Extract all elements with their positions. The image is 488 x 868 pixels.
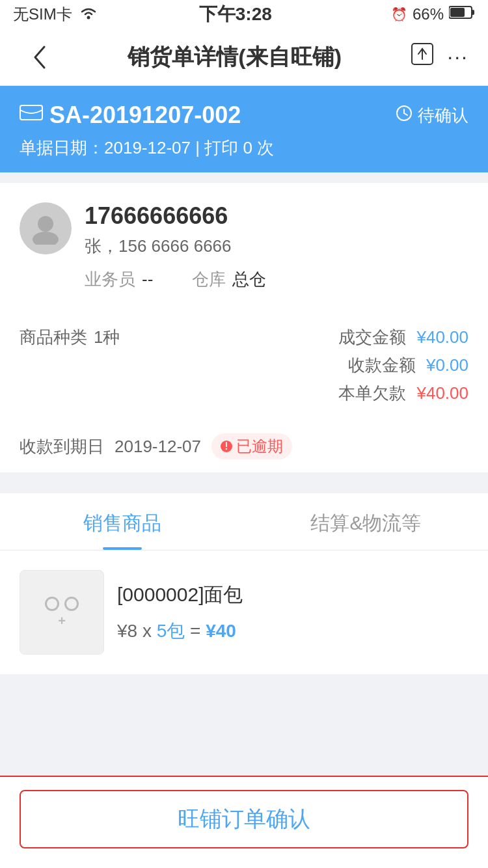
warehouse-value: 总仓 — [232, 268, 266, 291]
deal-amount-value: ¥40.00 — [416, 327, 468, 347]
owed-value: ¥40.00 — [416, 383, 468, 403]
battery-icon — [449, 5, 475, 23]
customer-card: 17666666666 张，156 6666 6666 业务员 -- 仓库 总仓 — [0, 183, 488, 310]
product-type: 商品种类 1种 — [20, 326, 120, 349]
alarm-icon: ⏰ — [391, 7, 407, 22]
owed-label: 本单欠款 — [338, 382, 406, 405]
received-value: ¥0.00 — [426, 355, 468, 375]
product-qty: 5包 — [157, 621, 185, 641]
clock-icon — [396, 105, 413, 126]
product-multiply: x — [142, 621, 157, 641]
customer-name: 张，156 6666 6666 — [85, 235, 468, 258]
product-unit-price: ¥8 — [117, 621, 137, 641]
tab-settlement[interactable]: 结算&物流等 — [244, 493, 488, 550]
sales-label: 业务员 — [85, 268, 135, 291]
svg-point-11 — [38, 216, 53, 232]
due-date-section: 收款到期日 2019-12-07 ! 已逾期 — [0, 420, 488, 472]
customer-info: 17666666666 张，156 6666 6666 业务员 -- 仓库 总仓 — [85, 202, 468, 291]
svg-point-0 — [87, 16, 90, 20]
status-bar: 无SIM卡 下午3:28 ⏰ 66% — [0, 0, 488, 29]
svg-rect-3 — [472, 10, 474, 15]
product-item: + [0000002]面包 ¥8 x 5包 = ¥40 — [0, 550, 488, 674]
status-time: 下午3:28 — [199, 2, 272, 27]
product-total: ¥40 — [206, 621, 236, 641]
product-name: [0000002]面包 — [117, 582, 468, 608]
section-gap — [0, 472, 488, 483]
carrier-text: 无SIM卡 — [13, 4, 72, 25]
order-header: SA-20191207-002 待确认 单据日期：2019-12-07 | 打印… — [0, 86, 488, 172]
page-title: 销货单详情(来自旺铺) — [59, 42, 411, 72]
battery-text: 66% — [413, 5, 444, 23]
product-info: [0000002]面包 ¥8 x 5包 = ¥40 — [117, 582, 468, 644]
confirm-order-button[interactable]: 旺铺订单确认 — [20, 790, 468, 848]
status-text: 待确认 — [418, 104, 468, 127]
status-right: ⏰ 66% — [373, 5, 475, 24]
order-icon — [20, 102, 43, 129]
owed-amount-row: 本单欠款 ¥40.00 — [338, 382, 468, 405]
status-left: 无SIM卡 — [13, 4, 98, 25]
deal-amount-label: 成交金额 — [338, 326, 406, 349]
due-date-value: 2019-12-07 — [115, 437, 201, 457]
confirm-button-wrapper: 旺铺订单确认 — [0, 776, 488, 868]
due-date-label: 收款到期日 — [20, 435, 104, 458]
order-date: 单据日期：2019-12-07 | 打印 0 次 — [20, 137, 468, 159]
svg-line-10 — [404, 113, 407, 115]
amount-section: 商品种类 1种 成交金额 ¥40.00 收款金额 ¥0.00 本单欠款 ¥40.… — [0, 310, 488, 420]
nav-bar: 销货单详情(来自旺铺) ··· — [0, 29, 488, 86]
customer-phone: 17666666666 — [85, 202, 468, 230]
tabs-section: 销售商品 结算&物流等 + [0000002]面包 ¥8 x 5包 = — [0, 493, 488, 674]
more-button[interactable]: ··· — [447, 45, 468, 69]
avatar — [20, 202, 72, 254]
order-status: 待确认 — [396, 104, 468, 127]
product-thumbnail: + — [20, 570, 104, 655]
back-button[interactable] — [20, 44, 59, 70]
location-icon — [373, 5, 386, 24]
warehouse-meta: 仓库 总仓 — [192, 268, 266, 291]
order-number: SA-20191207-002 — [20, 102, 241, 129]
tabs-header: 销售商品 结算&物流等 — [0, 493, 488, 550]
wifi-icon — [79, 5, 98, 23]
share-button[interactable] — [411, 42, 434, 72]
owl-eye-right — [64, 597, 79, 611]
tab-sales-products[interactable]: 销售商品 — [0, 493, 244, 550]
warehouse-label: 仓库 — [192, 268, 226, 291]
svg-marker-1 — [373, 5, 386, 20]
sales-value: -- — [142, 269, 153, 290]
overdue-badge: ! 已逾期 — [211, 433, 292, 459]
received-amount-row: 收款金额 ¥0.00 — [348, 354, 468, 377]
overdue-text: 已逾期 — [236, 436, 283, 457]
svg-point-12 — [33, 232, 59, 245]
deal-amount-row: 成交金额 ¥40.00 — [338, 326, 468, 349]
owl-plus-icon: + — [58, 614, 66, 629]
svg-rect-4 — [450, 8, 465, 17]
product-equals: = — [190, 621, 206, 641]
product-price-line: ¥8 x 5包 = ¥40 — [117, 619, 468, 644]
product-type-value: 1种 — [94, 326, 120, 349]
owl-eye-left — [45, 597, 59, 611]
received-label: 收款金额 — [348, 354, 416, 377]
overdue-dot-icon: ! — [221, 441, 232, 452]
nav-right-actions: ··· — [411, 42, 468, 72]
sales-meta: 业务员 -- — [85, 268, 153, 291]
product-type-label: 商品种类 — [20, 326, 87, 349]
amount-details: 成交金额 ¥40.00 收款金额 ¥0.00 本单欠款 ¥40.00 — [338, 326, 468, 405]
